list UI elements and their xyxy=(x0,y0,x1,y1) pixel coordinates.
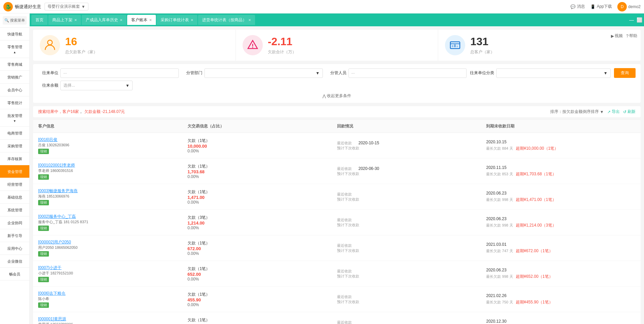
overdue-link-4[interactable]: 超期¥672.00（1笔） xyxy=(516,248,553,254)
due-info-0: 2020.10.15 最长欠款 884 天 超期¥10,000.00（1笔） xyxy=(486,140,636,151)
video-button[interactable]: ▶ 视频 xyxy=(611,33,623,39)
minimize-icon[interactable]: — xyxy=(629,17,634,23)
tab-bar: 首页 商品上下架 ✕ 产成品入库单历史 ✕ 客户账本 ✕ 采购订单统计表 ✕ 进… xyxy=(30,13,644,26)
sidebar-item-purchase[interactable]: 采购管理 xyxy=(0,140,29,152)
stat-info-customers: 16 总欠款客户（家） xyxy=(65,35,97,55)
customer-link-1[interactable]: [0001020001]李老师 xyxy=(38,163,75,168)
due-info-6: 2021.02.26 最长欠款 750 天 超期¥455.90（1笔） xyxy=(486,293,636,305)
dept-filter-select[interactable]: ▼ xyxy=(204,68,323,78)
close-tab-inventory[interactable]: ✕ xyxy=(120,18,122,22)
person-filter-input[interactable]: ··· xyxy=(348,68,467,78)
due-info-1: 2020.11.15 最长欠款 853 天 超期¥1,703.68（1笔） xyxy=(486,165,636,177)
sidebar-search: 🔍 搜索菜单 xyxy=(0,13,29,28)
sidebar-item-inventory[interactable]: 库存核算 xyxy=(0,152,29,165)
filter-item-category: 往来单位分类 ▼ xyxy=(470,68,611,78)
sidebar-item-operations[interactable]: 经营管理 xyxy=(0,178,29,191)
search-menu-button[interactable]: 🔍 搜索菜单 xyxy=(3,16,27,25)
sidebar-item-chang-member[interactable]: 畅会员 xyxy=(0,268,29,281)
refresh-button[interactable]: ↺ 刷新 xyxy=(623,109,636,115)
logo-area: 🐉 畅捷通好生意 xyxy=(3,2,41,11)
filter-item-unit: 往来单位 ··· xyxy=(38,68,179,78)
app-download-button[interactable]: 📱 App下载 xyxy=(590,4,612,9)
customer-link-5[interactable]: [0007]小进干 xyxy=(38,265,61,270)
sidebar-item-quick-nav[interactable]: 快捷导航 xyxy=(0,28,29,40)
collection-info-6: 最近收款 预计下次收款 xyxy=(337,294,486,304)
filter-label-category: 往来单位分类 xyxy=(470,70,494,76)
tab-purchase-by-product[interactable]: 进货单统计表（按商品） ✕ xyxy=(198,15,255,25)
sidebar-item-basic-info[interactable]: 基础信息 xyxy=(0,191,29,204)
close-tab-purchase[interactable]: ✕ xyxy=(191,18,193,22)
debt-count-0: 欠款（1笔） xyxy=(188,138,337,144)
customer-phone-6: 陈小希 xyxy=(38,296,188,301)
debt-amount-2: 1,471.00 xyxy=(188,195,337,200)
tab-customer-account[interactable]: 客户账本 ✕ xyxy=(127,15,156,25)
customer-tag-1: 现销 xyxy=(38,174,49,180)
collection-info-3: 最近收款 预计下次收款 xyxy=(337,217,486,228)
debt-percent-0: 0.00% xyxy=(188,149,337,153)
svg-point-0 xyxy=(48,40,52,45)
sidebar-item-beginner-guide[interactable]: 新手引导 xyxy=(0,229,29,242)
overdue-link-0[interactable]: 超期¥10,000.00（1笔） xyxy=(516,146,559,151)
sidebar-item-ecommerce[interactable]: 电商管理 xyxy=(0,127,29,140)
store-selector[interactable]: 母婴行业演示账套 ▼ xyxy=(45,3,88,10)
customer-link-7[interactable]: [000001]黄思源 xyxy=(38,317,66,321)
overdue-link-1[interactable]: 超期¥1,703.68（1笔） xyxy=(516,171,556,177)
sidebar-item-system[interactable]: 系统管理 xyxy=(0,204,29,216)
chevron-down-sort: ▼ xyxy=(600,110,604,114)
debt-count-5: 欠款（1笔） xyxy=(188,266,337,272)
tab-product-listing[interactable]: 商品上下架 ✕ xyxy=(48,15,81,25)
sidebar-item-member[interactable]: 会员中心 xyxy=(0,84,29,96)
sidebar-item-retail-store[interactable]: 零售商城 xyxy=(0,58,29,71)
collapse-button[interactable]: ⋀ 收起更多条件 xyxy=(38,93,636,99)
unit-filter-input[interactable]: ··· xyxy=(60,68,179,78)
due-info-5: 2020.06.23 最长欠款 998 天 超期¥652.00（1笔） xyxy=(486,268,636,279)
debt-info-5: 欠款（1笔） 652.00 0.00% xyxy=(188,266,337,282)
sidebar-item-retail-mgmt[interactable]: 零售管理 ▲ xyxy=(0,40,29,58)
customer-link-4[interactable]: [000002]用户2050 xyxy=(38,240,71,244)
tab-controls: — ⬜ xyxy=(629,17,642,23)
balance-filter-select[interactable]: 选择... ▼ xyxy=(60,81,133,90)
sidebar-item-wholesale-mgmt[interactable]: 批发管理 ▼ xyxy=(0,109,29,127)
debt-info-7: 欠款（1笔） 429.00 0.00% xyxy=(188,317,337,324)
tab-home[interactable]: 首页 xyxy=(31,15,48,25)
sidebar-item-finance[interactable]: 资金管理 xyxy=(0,165,29,178)
overdue-link-5[interactable]: 超期¥652.00（1笔） xyxy=(516,274,553,279)
maximize-icon[interactable]: ⬜ xyxy=(637,17,642,23)
tab-purchase-stats[interactable]: 采购订单统计表 ✕ xyxy=(157,15,197,25)
table-row: [0001020001]李老师 李老师 18600391516 现销 欠款（1笔… xyxy=(33,158,641,184)
help-button[interactable]: ? 帮助 xyxy=(626,33,637,39)
customer-link-2[interactable]: [0003]畅捷服务尹海燕 xyxy=(38,188,78,193)
stat-card-customers: 16 总欠款客户（家） xyxy=(33,30,236,61)
filter-item-person: 分管人员 ··· xyxy=(326,68,467,78)
sidebar-item-enterprise-collab[interactable]: 企业协同 xyxy=(0,216,29,229)
category-filter-select[interactable]: ▼ xyxy=(496,68,611,78)
overdue-link-6[interactable]: 超期¥455.90（1笔） xyxy=(516,299,553,305)
tab-inventory-history[interactable]: 产成品入库单历史 ✕ xyxy=(82,15,127,25)
sidebar-item-retail-stats[interactable]: 零售统计 xyxy=(0,96,29,109)
logo-icon: 🐉 xyxy=(3,2,13,11)
customer-info-3: [0002]服务中心_丁磊 服务中心_丁磊 181 0125 8371 现销 xyxy=(38,214,188,231)
close-tab-product-listing[interactable]: ✕ xyxy=(74,18,77,22)
customer-link-6[interactable]: [0006]去下粮仓 xyxy=(38,291,65,296)
sort-selector[interactable]: 排序：按欠款金额倒序排序 ▼ xyxy=(550,109,604,115)
debt-count-6: 欠款（1笔） xyxy=(188,292,337,297)
customer-link-0[interactable]: [0016]吕俊 xyxy=(38,137,57,142)
content-area: 首页 商品上下架 ✕ 产成品入库单历史 ✕ 客户账本 ✕ 采购订单统计表 ✕ 进… xyxy=(30,13,644,324)
close-tab-purchase-product[interactable]: ✕ xyxy=(248,18,251,22)
message-button[interactable]: 💬 消息 xyxy=(570,4,585,9)
close-tab-customer-account[interactable]: ✕ xyxy=(149,18,152,22)
filter-label-dept: 分管部门 xyxy=(182,70,202,76)
user-profile[interactable]: D demo2 xyxy=(617,2,641,11)
customer-tag-3: 现销 xyxy=(38,226,49,231)
overdue-link-3[interactable]: 超期¥1,214.00（3笔） xyxy=(516,223,556,228)
table-row: [000001]黄思源 黄思源 13552700226 现销 欠款（1笔） 42… xyxy=(33,312,641,324)
table-row: [000002]用户2050 用户2050 18665062050 现销 欠款（… xyxy=(33,235,641,261)
debt-info-6: 欠款（1笔） 455.90 0.00% xyxy=(188,292,337,307)
query-button[interactable]: 查询 xyxy=(614,68,636,78)
sidebar-item-enterprise-wechat[interactable]: 企业微信 xyxy=(0,255,29,268)
sidebar-item-app-center[interactable]: 应用中心 xyxy=(0,242,29,255)
customer-link-3[interactable]: [0002]服务中心_丁磊 xyxy=(38,214,76,219)
sidebar-item-marketing[interactable]: 营销推广 xyxy=(0,71,29,84)
export-button[interactable]: ↗ 导出 xyxy=(607,109,620,115)
overdue-link-2[interactable]: 超期¥1,471.00（1笔） xyxy=(516,197,556,203)
